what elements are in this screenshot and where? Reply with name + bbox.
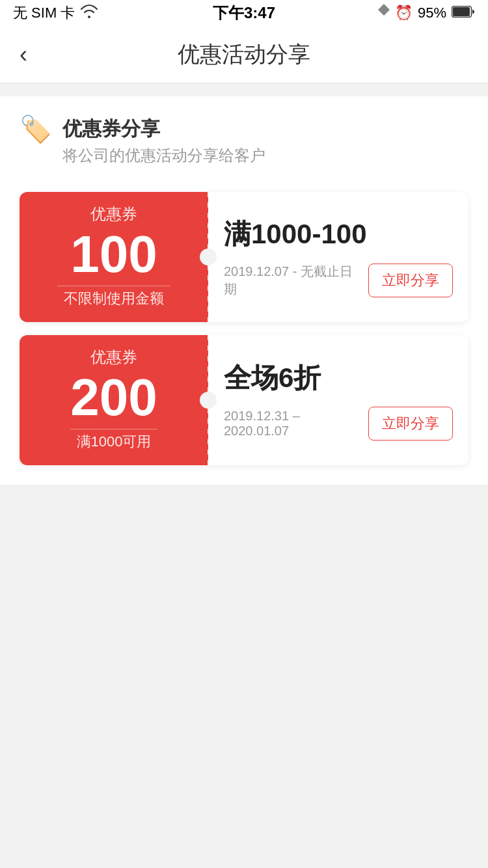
- share-button-1[interactable]: 立即分享: [368, 264, 453, 297]
- coupon-right-2: 全场6折 2019.12.31 – 2020.01.07 立即分享: [208, 335, 468, 465]
- nav-title: 优惠活动分享: [178, 40, 310, 70]
- status-time: 下午3:47: [213, 3, 275, 23]
- coupon-condition-1: 不限制使用金额: [57, 286, 170, 311]
- coupon-list: 优惠券 100 不限制使用金额 满1000-100 2019.12.07 - 无…: [0, 179, 488, 485]
- coupon-amount-1: 100: [70, 228, 157, 280]
- section-text-group: 优惠券分享 将公司的优惠活动分享给客户: [62, 116, 265, 166]
- bottom-area: [0, 485, 488, 830]
- coupon-card-1: 优惠券 100 不限制使用金额 满1000-100 2019.12.07 - 无…: [20, 192, 468, 322]
- battery-percent: 95%: [418, 5, 446, 21]
- coupon-date-1: 2019.12.07 - 无截止日期: [224, 263, 362, 298]
- section-header: 🏷️ 优惠券分享 将公司的优惠活动分享给客户: [0, 96, 488, 179]
- coupon-condition-2: 满1000可用: [70, 429, 158, 454]
- coupon-meta-2: 2019.12.31 – 2020.01.07 立即分享: [224, 407, 453, 441]
- coupon-date-2: 2019.12.31 – 2020.01.07: [224, 409, 362, 439]
- svg-rect-1: [453, 7, 470, 16]
- status-right: ⏰ 95%: [378, 4, 475, 22]
- coupon-name-1: 满1000-100: [224, 216, 453, 252]
- coupon-left-1: 优惠券 100 不限制使用金额: [20, 192, 208, 322]
- coupon-card-wrapper-1: 优惠券 100 不限制使用金额 满1000-100 2019.12.07 - 无…: [20, 192, 468, 322]
- coupon-amount-2: 200: [70, 372, 157, 424]
- back-button[interactable]: ‹: [20, 43, 27, 66]
- carrier-text: 无 SIM 卡: [13, 3, 75, 23]
- wifi-icon: [80, 4, 98, 22]
- status-left: 无 SIM 卡: [13, 3, 98, 23]
- section-subtitle: 将公司的优惠活动分享给客户: [62, 145, 265, 166]
- status-bar: 无 SIM 卡 下午3:47 ⏰ 95%: [0, 0, 488, 26]
- coupon-card-wrapper-2: 优惠券 200 满1000可用 全场6折 2019.12.31 – 2020.0…: [20, 335, 468, 465]
- nav-bar: ‹ 优惠活动分享: [0, 26, 488, 83]
- coupon-card-2: 优惠券 200 满1000可用 全场6折 2019.12.31 – 2020.0…: [20, 335, 468, 465]
- coupon-name-2: 全场6折: [224, 360, 453, 396]
- coupon-label-2: 优惠券: [90, 347, 137, 368]
- alarm-icon: ⏰: [395, 5, 413, 21]
- battery-icon: [452, 5, 475, 21]
- coupon-meta-1: 2019.12.07 - 无截止日期 立即分享: [224, 263, 453, 298]
- coupon-right-1: 满1000-100 2019.12.07 - 无截止日期 立即分享: [208, 192, 468, 322]
- section-icon: 🏷️: [20, 116, 52, 142]
- coupon-label-1: 优惠券: [90, 204, 137, 224]
- coupon-left-2: 优惠券 200 满1000可用: [20, 335, 208, 465]
- section-title: 优惠券分享: [62, 116, 265, 142]
- share-button-2[interactable]: 立即分享: [368, 407, 453, 441]
- location-icon: [378, 4, 390, 22]
